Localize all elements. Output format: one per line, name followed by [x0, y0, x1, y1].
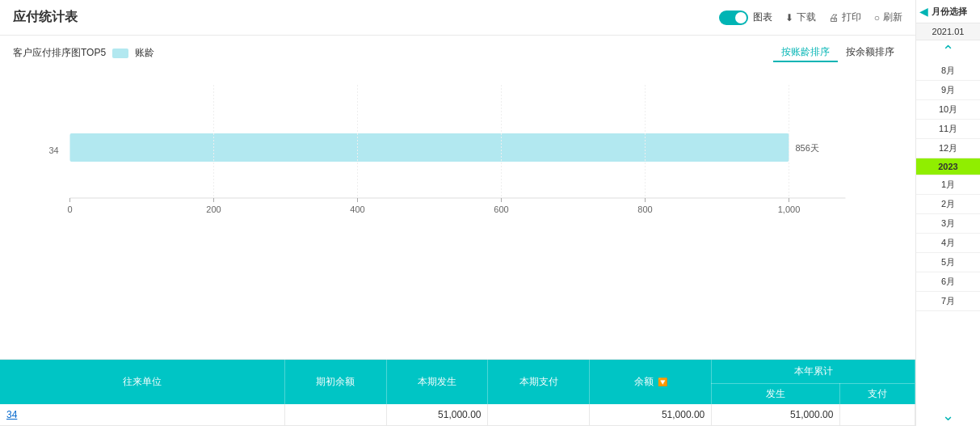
col-balance: 余额 🔽	[590, 360, 712, 404]
cell-current-pay	[488, 404, 590, 426]
year-marker-2023[interactable]: 2023	[916, 158, 980, 175]
col-unit: 往来单位	[0, 360, 284, 404]
month-8[interactable]: 8月	[916, 61, 980, 81]
svg-text:400: 400	[350, 205, 364, 214]
sidebar-up-button[interactable]: ⌃	[916, 40, 980, 61]
col-opening: 期初余额	[284, 360, 386, 404]
cell-balance: 51,000.00	[590, 404, 712, 426]
month-11[interactable]: 11月	[916, 120, 980, 139]
col-ytd-pay: 支付	[840, 384, 915, 405]
legend-text: 客户应付排序图TOP5	[13, 46, 106, 60]
unit-link[interactable]: 34	[6, 409, 17, 420]
sidebar-period: 2021.01	[916, 23, 980, 40]
chart-toggle[interactable]	[719, 11, 748, 25]
chart-section: 客户应付排序图TOP5 账龄 按账龄排序 按余额排序 34 856天	[0, 36, 915, 359]
toggle-knob	[735, 12, 747, 23]
month-1[interactable]: 1月	[916, 175, 980, 195]
chart-legend: 客户应付排序图TOP5 账龄	[13, 46, 154, 60]
chart-header: 客户应付排序图TOP5 账龄 按账龄排序 按余额排序	[13, 44, 902, 62]
legend-item-label: 账龄	[135, 46, 154, 60]
chart-toggle-wrap[interactable]: 图表	[719, 11, 772, 25]
svg-text:0: 0	[67, 205, 72, 214]
chevron-down-icon: ⌄	[942, 408, 954, 423]
toggle-label: 图表	[753, 11, 772, 24]
download-icon: ⬇	[785, 12, 793, 23]
svg-text:600: 600	[494, 205, 508, 214]
sort-by-balance-button[interactable]: 按余额排序	[838, 44, 902, 62]
svg-text:800: 800	[637, 205, 652, 214]
month-12[interactable]: 12月	[916, 139, 980, 158]
header-actions: 图表 ⬇ 下载 🖨 打印 ○ 刷新	[719, 11, 902, 25]
right-sidebar: ◀ 月份选择 2021.01 ⌃ 8月 9月 10月 11月 12月 2023 …	[915, 0, 980, 426]
cell-opening	[284, 404, 386, 426]
col-ytd-occur: 发生	[712, 384, 840, 405]
sort-by-amount-button[interactable]: 按账龄排序	[773, 44, 838, 62]
chevron-up-icon: ⌃	[942, 44, 954, 58]
month-7[interactable]: 7月	[916, 292, 980, 311]
balance-icon: 🔽	[658, 377, 667, 386]
print-button[interactable]: 🖨 打印	[829, 11, 861, 24]
svg-rect-1	[70, 133, 789, 162]
refresh-button[interactable]: ○ 刷新	[874, 11, 902, 24]
table-row: 34 51,000.00 51,000.00 51,000.00	[0, 404, 915, 426]
sidebar-months: 8月 9月 10月 11月 12月 2023 1月 2月 3月 4月 5月 6月…	[916, 61, 980, 405]
svg-text:1,000: 1,000	[778, 205, 801, 214]
month-9[interactable]: 9月	[916, 81, 980, 100]
legend-box	[112, 49, 128, 58]
cell-ytd-occur: 51,000.00	[712, 404, 840, 426]
cell-current-occur: 51,000.00	[386, 404, 488, 426]
svg-text:34: 34	[48, 146, 58, 155]
svg-text:856天: 856天	[796, 143, 819, 153]
chart-sort-buttons: 按账龄排序 按余额排序	[773, 44, 902, 62]
month-6[interactable]: 6月	[916, 272, 980, 292]
col-current-pay: 本期支付	[488, 360, 590, 404]
page-title: 应付统计表	[13, 9, 78, 26]
cell-unit: 34	[0, 404, 284, 426]
download-button[interactable]: ⬇ 下载	[785, 11, 816, 24]
col-ytd: 本年累计	[712, 360, 915, 384]
col-current-occur: 本期发生	[386, 360, 488, 404]
cell-ytd-pay	[840, 404, 915, 426]
month-2[interactable]: 2月	[916, 195, 980, 214]
svg-text:200: 200	[206, 205, 221, 214]
month-10[interactable]: 10月	[916, 100, 980, 120]
month-3[interactable]: 3月	[916, 214, 980, 234]
print-icon: 🖨	[829, 12, 839, 23]
chart-body: 34 856天 0 200	[13, 69, 902, 351]
summary-table: 往来单位 期初余额 本期发生 本期支付 余额 🔽 本年累计 发生 支付	[0, 360, 915, 426]
month-5[interactable]: 5月	[916, 253, 980, 272]
app-header: 应付统计表 图表 ⬇ 下载 🖨 打印 ○ 刷新	[0, 0, 915, 36]
sidebar-collapse-icon[interactable]: ◀	[919, 5, 928, 18]
refresh-icon: ○	[874, 12, 880, 23]
sidebar-header-label: 月份选择	[932, 6, 967, 18]
chart-svg: 34 856天 0 200	[13, 69, 902, 247]
sidebar-down-button[interactable]: ⌄	[916, 405, 980, 426]
month-4[interactable]: 4月	[916, 234, 980, 253]
table-section: 往来单位 期初余额 本期发生 本期支付 余额 🔽 本年累计 发生 支付	[0, 359, 915, 426]
